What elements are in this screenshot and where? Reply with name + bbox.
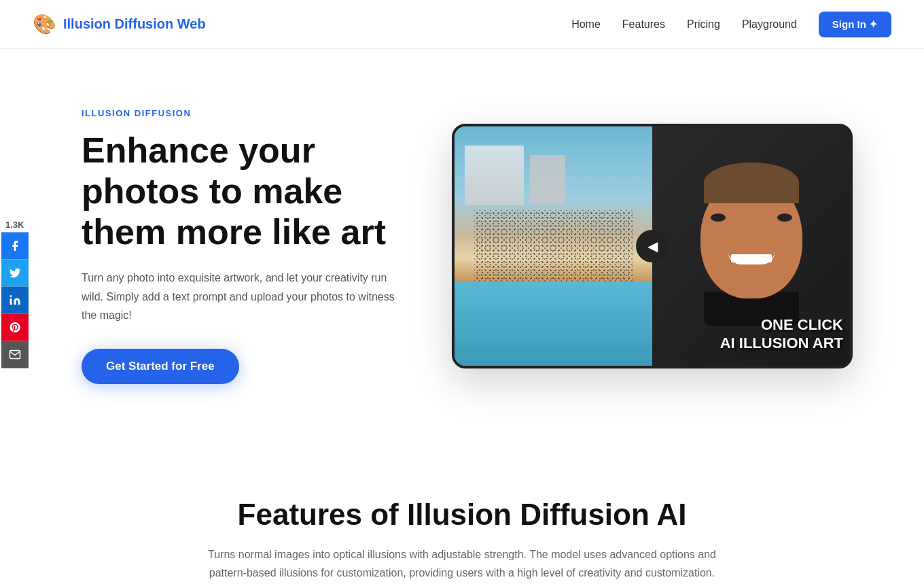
hero-tag: ILLUSION DIFFUSION xyxy=(82,108,435,118)
beach-image xyxy=(455,126,652,366)
features-title: Features of Illusion Diffusion AI xyxy=(33,498,891,532)
overlay-line2: AI ILLUSION ART xyxy=(720,334,843,352)
hero-left: ILLUSION DIFFUSION Enhance your photos t… xyxy=(54,108,435,384)
nav-home[interactable]: Home xyxy=(571,18,601,31)
hero-title: Enhance your photos to make them more li… xyxy=(82,131,435,252)
nav-playground[interactable]: Playground xyxy=(742,18,797,31)
social-sidebar: 1.3K xyxy=(0,216,29,368)
nav-features[interactable]: Features xyxy=(622,18,665,31)
email-share-button[interactable] xyxy=(1,341,29,368)
cta-button[interactable]: Get Started for Free xyxy=(82,349,239,384)
features-section: Features of Illusion Diffusion AI Turns … xyxy=(0,443,924,584)
nav-pricing[interactable]: Pricing xyxy=(687,18,720,31)
navbar: 🎨 Illusion Diffusion Web Home Features P… xyxy=(0,0,924,49)
social-count: 1.3K xyxy=(0,216,29,232)
brand-icon: 🎨 xyxy=(33,13,56,35)
hero-image-inner: ONE CLICK AI ILLUSION ART xyxy=(455,126,850,366)
image-divider-arrow xyxy=(636,230,669,262)
hero-right: ONE CLICK AI ILLUSION ART xyxy=(435,124,870,368)
portrait-image: ONE CLICK AI ILLUSION ART xyxy=(652,126,850,366)
linkedin-share-button[interactable] xyxy=(1,286,29,313)
svg-point-0 xyxy=(10,295,12,297)
facebook-share-button[interactable] xyxy=(1,232,29,259)
hero-section: ILLUSION DIFFUSION Enhance your photos t… xyxy=(0,49,924,443)
hero-image-frame: ONE CLICK AI ILLUSION ART xyxy=(452,124,853,368)
features-subtitle: Turns normal images into optical illusio… xyxy=(197,545,727,582)
beach-water xyxy=(455,282,652,366)
twitter-share-button[interactable] xyxy=(1,259,29,286)
brand-link[interactable]: 🎨 Illusion Diffusion Web xyxy=(33,13,206,35)
pinterest-share-button[interactable] xyxy=(1,313,29,341)
overlay-line1: ONE CLICK xyxy=(720,316,843,334)
hero-description: Turn any photo into exquisite artwork, a… xyxy=(82,269,408,324)
image-overlay-text: ONE CLICK AI ILLUSION ART xyxy=(720,316,843,352)
brand-name: Illusion Diffusion Web xyxy=(63,16,206,32)
signin-button[interactable]: Sign In ✦ xyxy=(819,12,891,37)
nav-links: Home Features Pricing Playground Sign In… xyxy=(571,12,891,37)
